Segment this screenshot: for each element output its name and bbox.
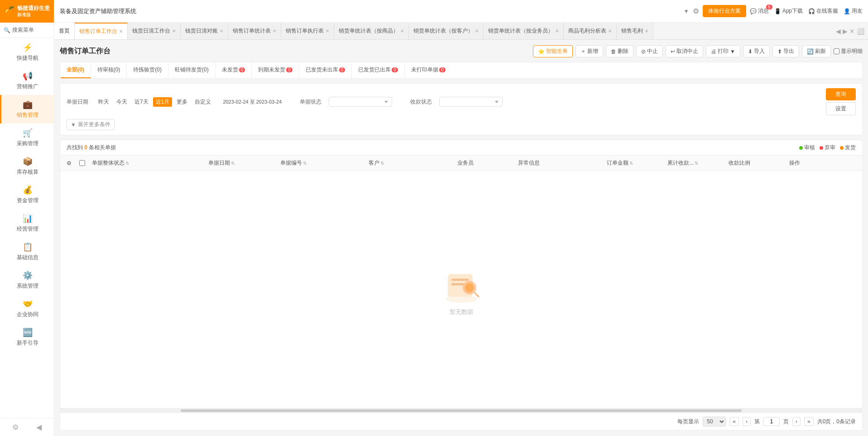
sub-tab-shipped-out[interactable]: 已发货已出库0 (352, 62, 405, 78)
sub-tab-wang-pending[interactable]: 旺铺待发货(0) (168, 62, 216, 78)
delete-btn[interactable]: 🗑 删除 (606, 45, 633, 57)
tab-home[interactable]: 首页 (54, 23, 75, 40)
sidebar-item-system[interactable]: ⚙️ 系统管理 (0, 266, 54, 294)
th-staff[interactable]: 业务员 (455, 156, 515, 171)
industry-btn[interactable]: 体验行业方案 (703, 5, 746, 17)
show-detail-checkbox[interactable] (834, 48, 839, 54)
collapse-icon[interactable]: ◀ (36, 423, 42, 431)
tab-cash-daily[interactable]: 钱货日清工作台 ✕ (128, 23, 181, 40)
th-checkbox[interactable] (77, 156, 89, 170)
refresh-btn[interactable]: 🔄 刷新 (802, 45, 831, 57)
settings-icon[interactable]: ⚙ (12, 423, 19, 431)
tab-close-cash-daily[interactable]: ✕ (172, 28, 176, 33)
tab-sales-summary-staff[interactable]: 销货单统计表（按业务员） ✕ (484, 23, 564, 40)
sidebar-item-purchase[interactable]: 🛒 采购管理 (0, 123, 54, 152)
th-abnormal[interactable]: 异常信息 (515, 156, 604, 171)
export-btn[interactable]: ⬆ 导出 (772, 45, 799, 57)
smart-btn[interactable]: ⭐ 智能生单 (533, 45, 573, 57)
th-ratio[interactable]: 收款比例 (726, 156, 786, 171)
th-number[interactable]: 单据编号 ⇅ (278, 156, 366, 171)
sub-tab-pending-inspect[interactable]: 待拣验货(0) (127, 62, 168, 78)
sub-tab-pending-review[interactable]: 待审核(0) (91, 62, 127, 78)
sidebar-item-operations[interactable]: 📊 经营管理 (0, 209, 54, 237)
sub-tab-unshipped[interactable]: 未发货0 (216, 62, 252, 78)
tab-close-gross-profit[interactable]: ✕ (608, 28, 612, 33)
sub-tab-shipped-not-out[interactable]: 已发货未出库0 (299, 62, 352, 78)
th-customer[interactable]: 客户 ⇅ (366, 156, 455, 171)
sidebar-item-basic[interactable]: 📋 基础信息 (0, 237, 54, 266)
th-status[interactable]: 单据整体状态 ⇅ (89, 156, 206, 171)
tab-sales-stat[interactable]: 销售订单统计表 ✕ (228, 23, 281, 40)
date-option-more[interactable]: 更多 (174, 97, 190, 107)
tab-close-sales-workbench[interactable]: ✕ (119, 29, 123, 34)
tab-close-sales-stat[interactable]: ✕ (273, 28, 276, 33)
date-option-1month[interactable]: 近1月 (153, 97, 173, 107)
tab-prev-icon[interactable]: ◀ (836, 28, 841, 35)
tab-close-all-icon[interactable]: ✕ (849, 28, 855, 35)
gear-icon[interactable]: ⚙ (693, 7, 699, 15)
tab-close-sales-summary-customer[interactable]: ✕ (475, 28, 479, 33)
user-action[interactable]: 👤 用友 (844, 7, 863, 15)
payment-select[interactable] (439, 97, 503, 107)
cancel-review-op-btn[interactable]: 弃审 (820, 144, 835, 152)
sidebar-item-marketing[interactable]: 📢 营销推广 (0, 66, 54, 95)
dropdown-arrow-icon[interactable]: ▼ (684, 8, 689, 14)
sub-tab-unprinted[interactable]: 未打印单据0 (405, 62, 452, 78)
message-action[interactable]: 💬 消息 6 (750, 7, 769, 15)
last-page-btn[interactable]: » (804, 417, 814, 426)
status-select[interactable] (329, 97, 392, 107)
review-op-btn[interactable]: 审核 (799, 144, 815, 152)
query-btn[interactable]: 查询 (826, 88, 856, 100)
sidebar-search[interactable]: 🔍 搜索菜单 (0, 23, 54, 38)
sidebar-item-finance[interactable]: 💰 资金管理 (0, 180, 54, 209)
prev-page-btn[interactable]: ‹ (743, 417, 751, 426)
filter-setting-btn[interactable]: 设置 (826, 102, 856, 115)
ship-op-btn[interactable]: 发货 (840, 144, 856, 152)
page-size-select[interactable]: 50 10 20 100 (703, 417, 726, 427)
sub-tab-overdue-unshipped[interactable]: 到期未发货0 (252, 62, 299, 78)
online-service-action[interactable]: 🎧 在线客服 (808, 7, 838, 15)
cancel-stop-btn[interactable]: ↩ 取消中止 (666, 45, 703, 57)
next-page-btn[interactable]: › (792, 417, 801, 426)
sidebar-item-sales[interactable]: 💼 销售管理 (0, 95, 54, 123)
import-btn[interactable]: ⬇ 导入 (743, 45, 770, 57)
current-page-input[interactable] (763, 417, 780, 426)
sidebar-item-quick-nav[interactable]: ⚡ 快捷导航 (0, 38, 54, 66)
stop-btn[interactable]: ⊘ 中止 (636, 45, 663, 57)
tab-sales-summary-customer[interactable]: 销货单统计表（按客户） ✕ (409, 23, 484, 40)
date-option-7days[interactable]: 近7天 (132, 97, 151, 107)
tab-close-sales-summary-product[interactable]: ✕ (400, 28, 404, 33)
tab-expand-icon[interactable]: ⬜ (857, 28, 864, 35)
tab-next-icon[interactable]: ▶ (843, 28, 848, 35)
date-option-custom[interactable]: 自定义 (192, 97, 214, 107)
show-detail-label[interactable]: 显示明细 (834, 47, 863, 55)
sidebar-item-inventory[interactable]: 📦 库存核算 (0, 152, 54, 180)
th-config[interactable]: ⚙ (64, 156, 77, 170)
select-all-checkbox[interactable] (79, 160, 85, 166)
tab-sales-workbench[interactable]: 销售订单工作台 ✕ (75, 23, 128, 40)
tab-close-cash-reconcile[interactable]: ✕ (220, 28, 223, 33)
tab-sales-exec[interactable]: 销售订单执行表 ✕ (281, 23, 334, 40)
tab-sales-summary-product[interactable]: 销货单统计表（按商品） ✕ (334, 23, 409, 40)
first-page-btn[interactable]: « (729, 417, 739, 426)
sidebar-item-enterprise[interactable]: 🤝 企业协同 (0, 294, 54, 323)
tab-close-sales-exec[interactable]: ✕ (326, 28, 329, 33)
tab-close-sales-profit[interactable]: ✕ (645, 28, 648, 33)
print-btn[interactable]: 🖨 打印 ▼ (706, 45, 740, 57)
horizontal-scrollbar[interactable] (60, 408, 862, 412)
date-option-today[interactable]: 今天 (114, 97, 130, 107)
th-date[interactable]: 单据日期 ⇅ (206, 156, 278, 171)
tab-gross-profit[interactable]: 商品毛利分析表 ✕ (564, 23, 617, 40)
expand-filter-btn[interactable]: ▼ 展开更多条件 (67, 119, 115, 130)
tab-cash-reconcile[interactable]: 钱货日清对账 ✕ (181, 23, 228, 40)
tab-close-sales-summary-staff[interactable]: ✕ (555, 28, 559, 33)
th-collected[interactable]: 累计收款... ⇅ (665, 156, 725, 171)
scrollbar-thumb[interactable] (181, 409, 742, 412)
tab-sales-profit[interactable]: 销售毛利 ✕ (617, 23, 653, 40)
app-download-action[interactable]: 📱 App下载 (774, 7, 803, 15)
sub-tab-all[interactable]: 全部(0) (60, 62, 91, 78)
date-option-yesterday[interactable]: 昨天 (96, 97, 112, 107)
add-btn[interactable]: ＋ 新增 (575, 45, 603, 57)
th-amount[interactable]: 订单金额 ⇅ (604, 156, 665, 171)
sidebar-item-guide[interactable]: 🆕 新手引导 (0, 323, 54, 351)
